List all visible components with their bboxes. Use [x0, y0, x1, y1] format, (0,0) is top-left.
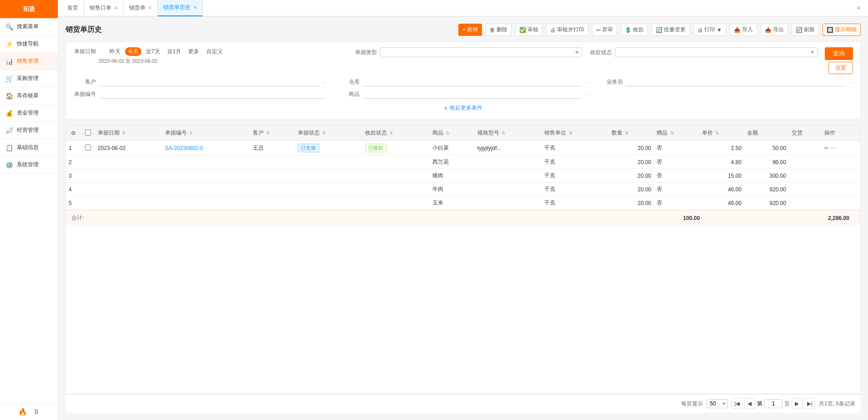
page-input[interactable] — [764, 399, 783, 408]
tab-sales-history-close[interactable]: ✕ — [193, 5, 197, 10]
sidebar-item-basic[interactable]: 📋 基础信息 — [0, 139, 58, 156]
date-tag-today[interactable]: 今天 — [125, 47, 141, 56]
prev-page-button[interactable]: ◀ — [744, 398, 755, 409]
date-tag-7days[interactable]: 近7天 — [143, 47, 163, 56]
select-all-checkbox[interactable] — [85, 130, 91, 135]
collect-status-select[interactable] — [615, 47, 818, 57]
edit-action-icon[interactable]: ✏ — [824, 145, 829, 151]
refresh-button[interactable]: 🔃 刷新 — [792, 24, 819, 36]
tab-sales-delivery-close[interactable]: ✕ — [148, 5, 152, 10]
tab-sales-delivery-label: 销货单 — [129, 4, 146, 12]
query-button[interactable]: 查询 — [825, 47, 853, 60]
row-checkbox[interactable] — [85, 145, 91, 150]
col-doc-status[interactable]: 单据状态 ⇅ — [295, 125, 362, 141]
salesperson-input[interactable] — [626, 78, 846, 86]
tab-home[interactable]: 首页 — [62, 0, 84, 16]
cell-docno — [162, 196, 250, 210]
print-button[interactable]: 🖨 打印 ▼ — [693, 24, 726, 36]
col-quantity[interactable]: 数量 ⇅ — [609, 125, 654, 141]
customer-dots[interactable]: ··· — [321, 79, 326, 85]
table-row: 5玉米千克20.00否46.00920.00 — [66, 196, 860, 210]
sidebar-item-inventory[interactable]: 🏠 库存核算 — [0, 87, 58, 105]
tab-sales-order-close[interactable]: ✕ — [114, 5, 118, 10]
cell-gift: 否 — [654, 169, 699, 183]
fire-icon[interactable]: 🔥 — [18, 408, 27, 416]
col-product[interactable]: 商品 ⇅ — [430, 125, 475, 141]
cell-customer — [250, 169, 295, 183]
abandon-button[interactable]: ↩ 弃审 — [592, 24, 617, 36]
date-tag-more[interactable]: 更多 — [186, 47, 202, 56]
cell-amount: 920.00 — [744, 183, 789, 196]
sidebar-item-label: 快捷导航 — [17, 40, 39, 48]
per-page-select[interactable]: 50 100 200 — [707, 399, 728, 408]
sidebar-item-label: 系统管理 — [17, 161, 39, 169]
doc-type-select[interactable] — [380, 47, 582, 57]
more-action-icon[interactable]: ⋯ — [831, 145, 836, 151]
sidebar-item-purchase[interactable]: 🛒 采购管理 — [0, 70, 58, 87]
last-page-button[interactable]: ▶| — [804, 398, 815, 409]
col-gift[interactable]: 赠品 ⇅ — [654, 125, 699, 141]
cell-checkbox[interactable] — [80, 141, 95, 155]
tab-bar-close-btn[interactable]: ✕ — [853, 5, 864, 11]
collect-button[interactable]: 💲 收款 — [621, 24, 648, 36]
product-dots[interactable]: ··· — [585, 91, 589, 98]
date-tag-yesterday[interactable]: 昨天 — [107, 47, 123, 56]
col-settings[interactable]: ⚙ — [66, 125, 80, 141]
col-spec[interactable]: 规格型号 ⇅ — [475, 125, 542, 141]
col-unit[interactable]: 销售单位 ⇅ — [542, 125, 609, 141]
cell-checkbox[interactable] — [80, 196, 95, 210]
delete-button[interactable]: 🗑 删除 — [486, 24, 512, 36]
setting-button[interactable]: 设置 — [828, 62, 853, 74]
show-detail-button[interactable]: 🔲 显示明细 — [823, 24, 861, 36]
warehouse-dots[interactable]: ··· — [585, 79, 589, 85]
export-button[interactable]: 📤 导出 — [761, 24, 788, 36]
cell-checkbox[interactable] — [80, 169, 95, 183]
settings-gear-icon[interactable]: ⚙ — [71, 130, 76, 136]
cell-collect-status — [362, 155, 430, 169]
import-button[interactable]: 📥 导入 — [730, 24, 757, 36]
doc-no-link[interactable]: SA-20230602-0 — [165, 145, 203, 151]
warehouse-input[interactable] — [362, 78, 582, 86]
new-button[interactable]: + 新增 — [458, 24, 482, 36]
sidebar-item-sales[interactable]: 📊 销售管理 — [0, 53, 58, 70]
cell-checkbox[interactable] — [80, 155, 95, 169]
audit-button[interactable]: ✅ 审核 — [515, 24, 542, 36]
sort-date-icon: ⇅ — [122, 130, 125, 135]
pagination-bar: 每页显示 50 100 200 |◀ ◀ 第 页 ▶ ▶| 共1页, 5条记录 — [65, 394, 861, 413]
cell-transaction — [789, 183, 822, 196]
product-input[interactable] — [362, 90, 582, 99]
doc-no-input[interactable] — [99, 90, 326, 99]
collapse-button[interactable]: ∧ 收起更多条件 — [73, 102, 853, 114]
pause-icon[interactable]: ⏸ — [33, 408, 40, 416]
cell-checkbox[interactable] — [80, 183, 95, 196]
table-row: 4牛肉千克20.00否46.00920.00 — [66, 183, 860, 196]
sidebar-item-search[interactable]: 🔍 搜索菜单 — [0, 18, 58, 35]
audit-print-button[interactable]: 🖨 审核并打印 — [546, 24, 588, 36]
tab-sales-delivery[interactable]: 销货单 ✕ — [124, 0, 158, 16]
cell-transaction — [789, 196, 822, 210]
next-page-button[interactable]: ▶ — [792, 398, 803, 409]
sidebar-item-system[interactable]: ⚙️ 系统管理 — [0, 156, 58, 174]
date-tag-custom[interactable]: 自定义 — [204, 47, 226, 56]
date-tag-1month[interactable]: 近1月 — [165, 47, 184, 56]
col-collect-status[interactable]: 收款状态 ⇅ — [362, 125, 430, 141]
tab-sales-history[interactable]: 销货单历史 ✕ — [158, 0, 203, 16]
tab-sales-order-label: 销售订单 — [90, 4, 111, 12]
customer-input[interactable] — [99, 78, 319, 86]
col-doc-no[interactable]: 单据编号 ⇅ — [162, 125, 250, 141]
cell-transaction — [789, 155, 822, 169]
cell-unit-price: 46.00 — [699, 196, 744, 210]
batch-change-button[interactable]: 🔄 批量变更 — [652, 24, 690, 36]
tab-sales-order[interactable]: 销售订单 ✕ — [84, 0, 124, 16]
sidebar-item-operations[interactable]: 📈 经营管理 — [0, 122, 58, 139]
col-date[interactable]: 单据日期 ⇅ — [95, 125, 162, 141]
page-label-pre: 第 — [757, 400, 763, 408]
first-page-button[interactable]: |◀ — [732, 398, 743, 409]
col-unit-price[interactable]: 单价 ⇅ — [699, 125, 744, 141]
col-customer[interactable]: 客户 ⇅ — [250, 125, 295, 141]
cell-unit-price: 15.00 — [699, 169, 744, 183]
sidebar-item-finance[interactable]: 💰 资金管理 — [0, 105, 58, 122]
sidebar-item-quicknav[interactable]: ⚡ 快捷导航 — [0, 35, 58, 53]
salesperson-dots[interactable]: ··· — [848, 79, 853, 85]
cell-docno: SA-20230602-0 — [162, 141, 250, 155]
